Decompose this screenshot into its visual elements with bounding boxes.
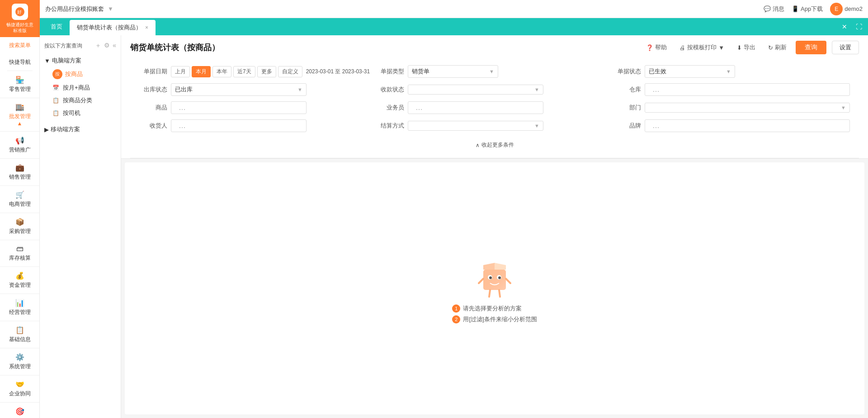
user-profile[interactable]: E demo2 (830, 3, 863, 15)
type-filter: 销货单 ▼ (408, 65, 613, 78)
sidebar-search[interactable]: 搜索菜单 (7, 37, 33, 54)
receipt-select[interactable]: ▼ (408, 85, 543, 95)
receiver-dots-btn[interactable]: … (177, 122, 188, 130)
main-data-area: 1 请先选择要分析的方案 2 用[过滤]条件来缩小分析范围 (125, 162, 864, 414)
sales-input[interactable]: … (408, 101, 543, 114)
desktop-scheme-group: ▼ 电脑端方案 按 按商品 📅 按月+商品 📋 按商品分类 📋 按司机 (40, 52, 121, 121)
date-this-year[interactable]: 本年 (212, 66, 231, 77)
sidebar-item-finance[interactable]: 💰 资金管理 (0, 267, 39, 294)
hint-text-1: 请先选择要分析的方案 (463, 304, 522, 313)
brand-label: 品牌 (613, 122, 645, 130)
collapse-panel-icon[interactable]: « (113, 42, 116, 50)
settings-scheme-icon[interactable]: ⚙ (104, 42, 110, 50)
purchase-icon: 📦 (15, 218, 24, 226)
svg-point-8 (498, 276, 501, 279)
brand-filter: … (645, 119, 850, 132)
sidebar-item-wholesale[interactable]: 🏬 批发管理 ▲ (0, 98, 39, 132)
date-this-month[interactable]: 本月 (192, 66, 211, 77)
tree-child-by-month-goods[interactable]: 📅 按月+商品 (40, 81, 121, 94)
active-tab-label: 销货单统计表（按商品） (77, 24, 142, 32)
corp-icon: 🤝 (15, 380, 24, 389)
help-btn[interactable]: ❓ 帮助 (642, 42, 670, 53)
settings-btn[interactable]: 设置 (832, 41, 859, 54)
brand-dots-btn[interactable]: … (651, 122, 661, 130)
tab-fullscreen-btn[interactable]: ⛶ (854, 21, 864, 32)
settlement-label: 结算方式 (376, 122, 408, 130)
receiver-input[interactable]: … (171, 119, 307, 132)
calendar-icon: 📅 (52, 85, 59, 91)
svg-line-9 (479, 279, 483, 283)
app-download-btn[interactable]: 📱 App下载 (792, 5, 823, 13)
page-header-top: 销货单统计表（按商品） ❓ 帮助 🖨 按模板打印 ▼ ⬇ (130, 41, 859, 54)
collapse-up-icon: ∧ (476, 142, 480, 148)
refresh-btn[interactable]: ↻ 刷新 (764, 42, 790, 53)
sidebar-nav[interactable]: 快捷导航 (7, 54, 33, 71)
collapse-filter-btn[interactable]: ∧ 收起更多条件 (139, 138, 850, 152)
svg-marker-3 (483, 263, 495, 270)
message-btn[interactable]: 💬 消息 (764, 5, 784, 13)
tab-close-window-btn[interactable]: ✕ (839, 21, 850, 32)
receiver-label: 收货人 (139, 122, 171, 130)
tabs-bar: 首页 销货单统计表（按商品） × ✕ ⛶ (40, 18, 868, 35)
filter-row-2: 出库状态 已出库 ▼ 收款状态 ▼ (139, 83, 850, 96)
goods-dots-btn[interactable]: … (177, 104, 188, 112)
print-icon: 🖨 (679, 44, 685, 51)
query-btn[interactable]: 查询 (796, 41, 826, 54)
svg-marker-4 (495, 263, 506, 270)
sidebar-item-system[interactable]: ⚙️ 系统管理 (0, 348, 39, 375)
refresh-icon: ↻ (768, 44, 773, 51)
app-logo[interactable]: 好 畅捷通好生意 标准版 (0, 0, 40, 37)
date-custom[interactable]: 自定义 (278, 66, 302, 77)
tab-home[interactable]: 首页 (43, 18, 70, 35)
goods-input[interactable]: … (171, 101, 307, 114)
sidebar-item-guide[interactable]: 🎯 新手引导 (0, 403, 39, 418)
svg-line-10 (506, 279, 510, 283)
tree-mobile-parent[interactable]: ▶ 移动端方案 (40, 123, 121, 136)
add-scheme-icon[interactable]: ＋ (95, 42, 101, 50)
print-btn[interactable]: 🖨 按模板打印 ▼ (676, 42, 728, 53)
date-more[interactable]: 更多 (257, 66, 276, 77)
dept-select[interactable]: ▼ (645, 103, 850, 113)
sidebar-item-purchase[interactable]: 📦 采购管理 (0, 213, 39, 240)
settlement-select[interactable]: ▼ (408, 121, 543, 131)
warehouse-input[interactable]: … (645, 83, 850, 96)
sidebar-item-corp[interactable]: 🤝 企业协同 (0, 375, 39, 403)
date-btn-group: 上月 本月 本年 近7天 更多 自定义 2023-03-01 至 2023-03… (171, 66, 370, 77)
warehouse-dots-btn[interactable]: … (651, 86, 661, 94)
tree-child-by-goods[interactable]: 按 按商品 (40, 67, 121, 81)
main-wrapper: 办公用品行业模拟账套 ▼ 💬 消息 📱 App下载 E demo2 首页 销货单… (40, 0, 868, 418)
date-last-month[interactable]: 上月 (171, 66, 190, 77)
sidebar-item-operation[interactable]: 📊 经营管理 (0, 294, 39, 321)
filter-row-4: 收货人 … 结算方式 ▼ (139, 119, 850, 132)
tree-mobile-label: 移动端方案 (51, 125, 80, 133)
sales-dots-btn[interactable]: … (414, 104, 425, 112)
print-dropdown-icon: ▼ (718, 44, 724, 51)
tree-child-by-category[interactable]: 📋 按商品分类 (40, 94, 121, 107)
sidebar-item-ecom[interactable]: 🛒 电商管理 (0, 186, 39, 213)
sidebar-item-inventory[interactable]: 🗃 库存核算 (0, 240, 39, 267)
collapse-label: 收起更多条件 (481, 141, 514, 149)
tab-close-icon[interactable]: × (145, 24, 148, 31)
tree-child-by-driver[interactable]: 📋 按司机 (40, 107, 121, 119)
stock-select[interactable]: 已出库 ▼ (171, 83, 307, 96)
status-select[interactable]: 已生效 ▼ (645, 65, 735, 78)
sidebar-item-marketing[interactable]: 📢 营销推广 (0, 132, 39, 159)
tree-desktop-parent[interactable]: ▼ 电脑端方案 (40, 54, 121, 67)
date-last-7days[interactable]: 近7天 (233, 66, 255, 77)
type-select[interactable]: 销货单 ▼ (408, 65, 498, 78)
sidebar-item-sales[interactable]: 💼 销售管理 (0, 159, 39, 186)
sidebar-item-basic[interactable]: 📋 基础信息 (0, 321, 39, 348)
left-panel: 按以下方案查询 ＋ ⚙ « ▼ 电脑端方案 按 按商品 📅 (40, 35, 121, 418)
export-btn[interactable]: ⬇ 导出 (733, 42, 759, 53)
retail-icon: 🏪 (15, 76, 24, 84)
chevron-down-icon[interactable]: ▼ (108, 5, 113, 12)
brand-input[interactable]: … (645, 119, 850, 132)
right-panel: 销货单统计表（按商品） ❓ 帮助 🖨 按模板打印 ▼ ⬇ (121, 35, 868, 418)
basic-icon: 📋 (15, 326, 24, 334)
empty-hint-2: 2 用[过滤]条件来缩小分析范围 (452, 315, 537, 323)
sidebar-item-retail[interactable]: 🏪 零售管理 (0, 71, 39, 98)
topbar-right: 💬 消息 📱 App下载 E demo2 (764, 3, 863, 15)
wholesale-icon: 🏬 (15, 103, 24, 111)
finance-icon: 💰 (15, 271, 24, 280)
tab-active[interactable]: 销货单统计表（按商品） × (70, 20, 156, 35)
